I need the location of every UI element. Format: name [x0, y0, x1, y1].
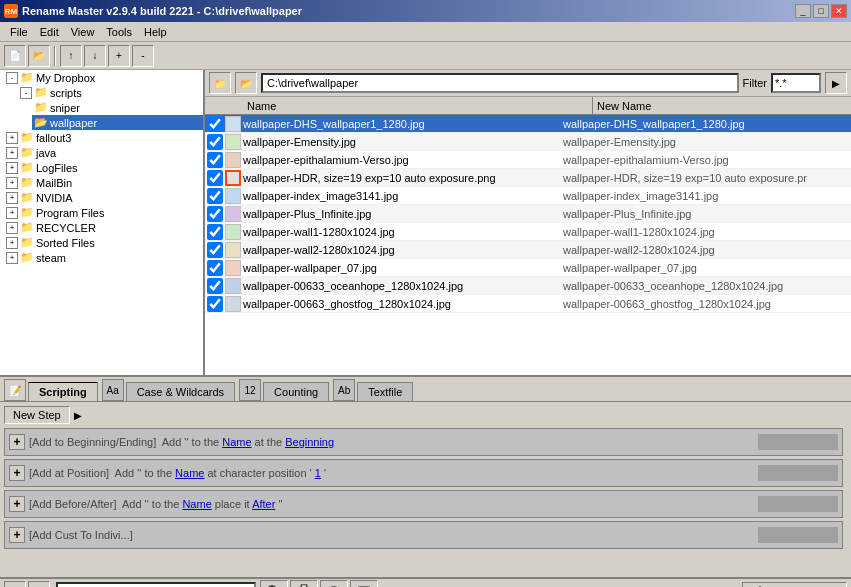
table-row[interactable]: wallpaper-wall1-1280x1024.jpg wallpaper-…: [205, 223, 851, 241]
table-row[interactable]: wallpaper-00663_ghostfog_1280x1024.jpg w…: [205, 295, 851, 313]
script-position-link[interactable]: Beginning: [285, 436, 334, 448]
tree-item-fallout3[interactable]: + 📁 fallout3: [4, 130, 203, 145]
file-checkbox[interactable]: [207, 260, 223, 276]
table-row[interactable]: wallpaper-wallpaper_07.jpg wallpaper-wal…: [205, 259, 851, 277]
menu-tools[interactable]: Tools: [100, 24, 138, 40]
tree-item-recycler[interactable]: + 📁 RECYCLER: [4, 220, 203, 235]
expand-icon[interactable]: -: [20, 87, 32, 99]
tab-icon-textfile[interactable]: Ab: [333, 379, 355, 401]
table-row[interactable]: wallpaper-00633_oceanhope_1280x1024.jpg …: [205, 277, 851, 295]
folder-up-button[interactable]: 📁: [209, 72, 231, 94]
expand-icon[interactable]: +: [6, 237, 18, 249]
path-input[interactable]: C:\drivef\wallpaper: [261, 73, 739, 93]
tree-item-logfiles[interactable]: + 📁 LogFiles: [4, 160, 203, 175]
stop-button[interactable]: ■: [4, 581, 26, 587]
tree-item-programfiles[interactable]: + 📁 Program Files: [4, 205, 203, 220]
script-filename-input[interactable]: default.mscr: [56, 582, 256, 587]
table-row[interactable]: wallpaper-DHS_wallpaper1_1280.jpg wallpa…: [205, 115, 851, 133]
tab-counting[interactable]: Counting: [263, 382, 329, 401]
expand-icon[interactable]: +: [6, 252, 18, 264]
script-name-link[interactable]: Name: [222, 436, 251, 448]
tree-item-steam[interactable]: + 📁 steam: [4, 250, 203, 265]
expand-icon[interactable]: -: [6, 72, 18, 84]
table-row[interactable]: wallpaper-epithalamium-Verso.jpg wallpap…: [205, 151, 851, 169]
file-list[interactable]: wallpaper-DHS_wallpaper1_1280.jpg wallpa…: [205, 115, 851, 375]
tab-textfile[interactable]: Textfile: [357, 382, 413, 401]
script-row-1[interactable]: + [Add at Position] Add '' to the Name a…: [4, 459, 843, 487]
tree-item-wallpaper[interactable]: 📂 wallpaper: [32, 115, 203, 130]
filter-input[interactable]: *.*: [771, 73, 821, 93]
tab-scripting[interactable]: Scripting: [28, 382, 98, 401]
menu-file[interactable]: File: [4, 24, 34, 40]
configuration-button[interactable]: Configuration: [742, 582, 847, 587]
expand-icon[interactable]: +: [6, 192, 18, 204]
column-newname-header[interactable]: New Name: [593, 100, 851, 112]
script-row-0[interactable]: + [Add to Beginning/Ending] Add '' to th…: [4, 428, 843, 456]
tree-item-java[interactable]: + 📁 java: [4, 145, 203, 160]
file-checkbox[interactable]: [207, 152, 223, 168]
file-checkbox[interactable]: [207, 278, 223, 294]
toolbar-down-button[interactable]: ↓: [84, 45, 106, 67]
toolbar-new-button[interactable]: 📄: [4, 45, 26, 67]
script-row-add-button[interactable]: +: [9, 465, 25, 481]
tree-item-sortedfiles[interactable]: + 📁 Sorted Files: [4, 235, 203, 250]
script-search-button[interactable]: [260, 580, 288, 587]
folder-browse-button[interactable]: 📂: [235, 72, 257, 94]
file-checkbox[interactable]: [207, 134, 223, 150]
tree-item-scripts[interactable]: - 📁 scripts: [18, 85, 203, 100]
tab-icon-scripting[interactable]: 📝: [4, 379, 26, 401]
filter-button[interactable]: ▶: [825, 72, 847, 94]
file-checkbox[interactable]: [207, 242, 223, 258]
expand-icon[interactable]: +: [6, 222, 18, 234]
table-row[interactable]: wallpaper-wall2-1280x1024.jpg wallpaper-…: [205, 241, 851, 259]
toolbar-remove-button[interactable]: -: [132, 45, 154, 67]
table-row[interactable]: wallpaper-Emensity.jpg wallpaper-Emensit…: [205, 133, 851, 151]
table-row[interactable]: wallpaper-index_image3141.jpg wallpaper-…: [205, 187, 851, 205]
script-row-add-button[interactable]: +: [9, 434, 25, 450]
tab-case-wildcards[interactable]: Case & Wildcards: [126, 382, 235, 401]
menu-help[interactable]: Help: [138, 24, 173, 40]
tab-icon-case[interactable]: Aa: [102, 379, 124, 401]
file-checkbox[interactable]: [207, 296, 223, 312]
expand-icon[interactable]: +: [6, 162, 18, 174]
script-row-3[interactable]: + [Add Cust To Indivi...]: [4, 521, 843, 549]
file-checkbox[interactable]: [207, 170, 223, 186]
script-row-2[interactable]: + [Add Before/After] Add '' to the Name …: [4, 490, 843, 518]
table-row[interactable]: wallpaper-Plus_Infinite.jpg wallpaper-Pl…: [205, 205, 851, 223]
menu-view[interactable]: View: [65, 24, 101, 40]
script-tool4-button[interactable]: [350, 580, 378, 587]
expand-icon[interactable]: +: [6, 147, 18, 159]
file-checkbox[interactable]: [207, 116, 223, 132]
play-button[interactable]: ▶: [28, 581, 50, 587]
script-tool2-button[interactable]: [290, 580, 318, 587]
script-pos-link[interactable]: 1: [315, 467, 321, 479]
script-row-add-button[interactable]: +: [9, 496, 25, 512]
tree-item-nvidia[interactable]: + 📁 NVIDIA: [4, 190, 203, 205]
folder-tree[interactable]: - 📁 My Dropbox - 📁 scripts 📁 sniper 📂 wa…: [0, 70, 205, 375]
table-row[interactable]: wallpaper-HDR, size=19 exp=10 auto expos…: [205, 169, 851, 187]
script-name-link[interactable]: Name: [175, 467, 204, 479]
expand-icon[interactable]: +: [6, 177, 18, 189]
tab-icon-counting[interactable]: 12: [239, 379, 261, 401]
menu-edit[interactable]: Edit: [34, 24, 65, 40]
tree-item-mailbin[interactable]: + 📁 MailBin: [4, 175, 203, 190]
toolbar-up-button[interactable]: ↑: [60, 45, 82, 67]
expand-icon[interactable]: +: [6, 207, 18, 219]
script-name-link[interactable]: Name: [182, 498, 211, 510]
expand-icon[interactable]: +: [6, 132, 18, 144]
script-after-link[interactable]: After: [252, 498, 275, 510]
new-step-button[interactable]: New Step: [4, 406, 70, 424]
script-tool3-button[interactable]: [320, 580, 348, 587]
script-row-add-button[interactable]: +: [9, 527, 25, 543]
tree-item-sniper[interactable]: 📁 sniper: [32, 100, 203, 115]
file-checkbox[interactable]: [207, 224, 223, 240]
minimize-button[interactable]: _: [795, 4, 811, 18]
close-button[interactable]: ✕: [831, 4, 847, 18]
tree-item-dropbox[interactable]: - 📁 My Dropbox: [4, 70, 203, 85]
toolbar-open-button[interactable]: 📂: [28, 45, 50, 67]
maximize-button[interactable]: □: [813, 4, 829, 18]
file-checkbox[interactable]: [207, 188, 223, 204]
column-name-header[interactable]: Name: [243, 97, 593, 114]
toolbar-add-button[interactable]: +: [108, 45, 130, 67]
file-checkbox[interactable]: [207, 206, 223, 222]
